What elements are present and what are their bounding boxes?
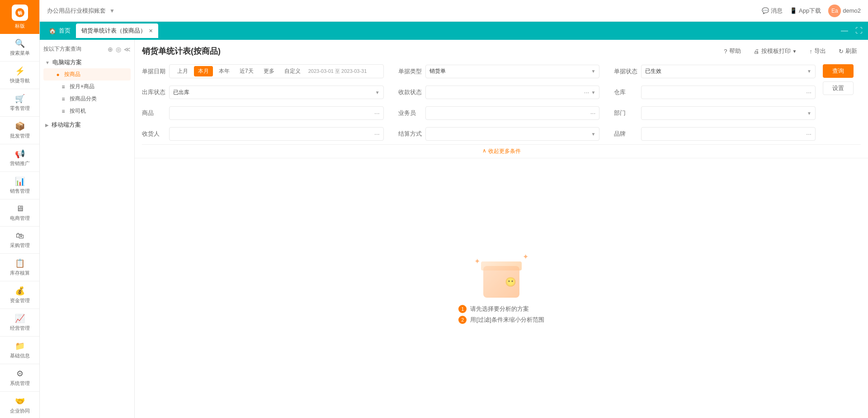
help-button[interactable]: ? 帮助 [720,45,744,57]
add-plan-icon[interactable]: ⊕ [108,46,113,53]
doc-status-control[interactable]: 已生效 ▼ [641,65,816,78]
date-btn-more[interactable]: 更多 [259,66,278,76]
out-status-control[interactable]: 已出库 ▼ [169,86,384,99]
page-actions: ? 帮助 🖨 按模板打印 ▼ ↑ 导出 ↻ 刷新 [720,45,861,57]
sidebar-item-system[interactable]: ⚙ 系统管理 [0,364,39,392]
doc-type-arrow: ▼ [591,69,595,74]
tree-group-desktop: ▼ 电脑端方案 ● 按商品 ≡ 按月+商品 ≡ 按商品分类 ≡ 按司机 [43,57,131,117]
sidebar-item-procurement-label: 采购管理 [10,242,30,249]
tree-item-category-label: 按商品分类 [70,95,97,103]
tree-group-mobile-header[interactable]: ▶ 移动端方案 [43,119,131,131]
page-title: 销货单统计表(按商品) [142,46,221,57]
department-control[interactable]: ▼ [641,106,816,120]
sidebar-item-ecommerce[interactable]: 🖥 电商管理 [0,200,39,227]
sidebar-item-operations[interactable]: 📈 经营管理 [0,309,39,337]
receiver-control[interactable]: ··· [169,127,384,141]
brand-label: 品牌 [614,130,637,138]
left-panel-actions: ⊕ ◎ ≪ [108,46,131,53]
filter-doc-status: 单据状态 已生效 ▼ [614,65,816,78]
sidebar-item-finance[interactable]: 💰 资金管理 [0,281,39,309]
collab-icon: 🤝 [15,396,25,406]
date-select-wrapper[interactable]: 上月 本月 本年 近7天 更多 自定义 2023-03-01 至 2023-03… [169,64,384,78]
salesperson-control[interactable]: ··· [425,106,600,120]
filter-doc-type: 单据类型 销货单 ▼ [398,65,600,78]
doc-status-label: 单据状态 [614,67,637,76]
doc-type-label: 单据类型 [398,67,422,76]
refresh-button[interactable]: ↻ 刷新 [835,45,861,57]
date-label: 单据日期 [142,67,165,76]
sidebar-item-retail-label: 零售管理 [10,105,30,112]
tab-minimize-icon[interactable]: — [839,25,850,37]
sidebar-item-quick-nav[interactable]: ⚡ 快捷导航 [0,62,39,89]
sidebar-item-retail[interactable]: 🛒 零售管理 [0,89,39,117]
help-icon: ? [724,48,727,55]
product-control[interactable]: ··· [169,106,384,120]
doc-type-control[interactable]: 销货单 ▼ [425,65,600,78]
chevron-down-icon[interactable]: ▼ [109,8,115,14]
receipt-status-control[interactable]: ··· ▼ [425,86,600,99]
warehouse-dots: ··· [806,89,811,96]
settings-button[interactable]: 设置 [823,81,854,95]
home-icon: 🏠 [49,28,56,34]
date-btn-this-year[interactable]: 本年 [215,66,234,76]
tree-item-product-category[interactable]: ≡ 按商品分类 [43,93,131,105]
sidebar-item-finance-label: 资金管理 [10,297,30,304]
query-button[interactable]: 查询 [823,64,854,78]
date-btn-custom[interactable]: 自定义 [280,66,305,76]
sidebar-item-inventory[interactable]: 📋 库存核算 [0,254,39,281]
tip-text-1: 请先选择要分析的方案 [470,305,529,313]
doc-icon-1: ≡ [60,84,67,90]
collapse-panel-icon[interactable]: ≪ [124,46,131,53]
page-title-bar: 销货单统计表(按商品) ? 帮助 🖨 按模板打印 ▼ ↑ 导出 [135,40,868,61]
tree-item-month-product[interactable]: ≡ 按月+商品 [43,81,131,93]
app-download-button[interactable]: 📱 App下载 [790,7,821,15]
tree-group-desktop-header[interactable]: ▼ 电脑端方案 [43,57,131,68]
collapse-more-conditions[interactable]: ∧ 收起更多条件 [142,144,861,158]
search-icon: 🔍 [15,38,25,48]
sidebar-item-marketing[interactable]: 📢 营销推广 [0,144,39,172]
message-button[interactable]: 💬 消息 [762,7,783,15]
tab-sales-stat-label: 销货单统计表（按商品） [81,27,146,35]
tree-item-driver[interactable]: ≡ 按司机 [43,105,131,117]
date-btn-this-month[interactable]: 本月 [194,66,213,76]
basicinfo-icon: 📁 [15,341,25,351]
user-profile-button[interactable]: Ea demo2 [828,5,861,17]
date-btn-7days[interactable]: 近7天 [236,66,258,76]
tab-maximize-icon[interactable]: ⛶ [854,25,864,37]
svg-text:畅: 畅 [18,10,22,15]
tree-item-by-product[interactable]: ● 按商品 [43,68,131,81]
warehouse-label: 仓库 [614,88,637,96]
brand-control[interactable]: ··· [641,127,816,141]
tab-sales-stat[interactable]: 销货单统计表（按商品） ✕ [76,24,158,38]
settings-plan-icon[interactable]: ◎ [116,46,121,53]
avatar: Ea [828,5,841,17]
tip-text-2: 用[过滤]条件来缩小分析范围 [470,316,544,324]
date-btn-last-month[interactable]: 上月 [173,66,192,76]
date-range-value: 2023-03-01 至 2023-03-31 [308,68,367,75]
sidebar-item-search[interactable]: 🔍 搜索菜单 [0,34,39,62]
sidebar-item-procurement[interactable]: 🛍 采购管理 [0,227,39,254]
logo[interactable]: 畅 标版 [0,0,40,34]
sidebar-item-basic-info[interactable]: 📁 基础信息 [0,337,39,364]
warehouse-control[interactable]: ··· [641,86,816,99]
tree-item-driver-label: 按司机 [70,107,86,115]
sidebar-item-enterprise-collab[interactable]: 🤝 企业协同 [0,392,39,418]
sparkle-icon-1: ✦ [523,252,528,261]
settlement-control[interactable]: ▼ [425,127,600,141]
export-button[interactable]: ↑ 导出 [806,45,830,57]
tab-home[interactable]: 🏠 首页 [43,24,76,38]
filter-receiver: 收货人 ··· [142,127,384,141]
doc-icon-2: ≡ [60,96,67,102]
print-icon: 🖨 [754,48,760,55]
sidebar-item-wholesale-label: 批发管理 [10,133,30,139]
sidebar-item-quicknav-label: 快捷导航 [10,77,30,84]
ecommerce-icon: 🖥 [16,204,24,214]
wholesale-icon: 📦 [15,121,25,131]
template-print-button[interactable]: 🖨 按模板打印 ▼ [750,45,801,57]
left-panel: 按以下方案查询 ⊕ ◎ ≪ ▼ 电脑端方案 ● 按商品 ≡ 按月 [40,40,135,418]
filter-row-1: 单据日期 上月 本月 本年 近7天 更多 自定义 2023-03-01 至 20… [142,61,816,82]
sidebar-item-sales[interactable]: 📊 销售管理 [0,172,39,200]
sidebar-item-wholesale[interactable]: 📦 批发管理 [0,117,39,144]
tab-close-icon[interactable]: ✕ [149,28,153,34]
active-dot-icon: ● [54,71,61,78]
